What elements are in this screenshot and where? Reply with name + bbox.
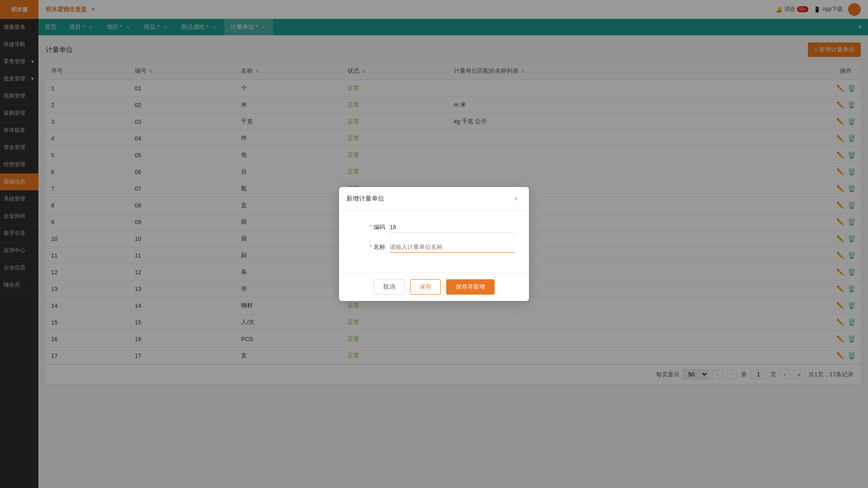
cancel-button[interactable]: 取消 xyxy=(374,279,405,295)
form-label-code: 编码 xyxy=(354,223,385,231)
form-row-code: 编码 xyxy=(354,222,514,233)
form-input-code[interactable] xyxy=(390,222,514,233)
modal-title: 新增计量单位 xyxy=(346,195,384,203)
modal-header: 新增计量单位 × xyxy=(339,187,529,211)
form-row-name: 名称 xyxy=(354,242,514,253)
save-button[interactable]: 保存 xyxy=(410,279,441,295)
add-unit-modal: 新增计量单位 × 编码 名称 取消 保存 保存并新增 xyxy=(339,187,529,301)
form-label-name: 名称 xyxy=(354,243,385,251)
modal-body: 编码 名称 xyxy=(339,211,529,272)
modal-close-button[interactable]: × xyxy=(511,193,522,204)
save-continue-button[interactable]: 保存并新增 xyxy=(446,279,495,295)
form-input-name[interactable] xyxy=(390,242,514,253)
modal-overlay: 新增计量单位 × 编码 名称 取消 保存 保存并新增 xyxy=(0,0,868,488)
modal-footer: 取消 保存 保存并新增 xyxy=(339,272,529,301)
